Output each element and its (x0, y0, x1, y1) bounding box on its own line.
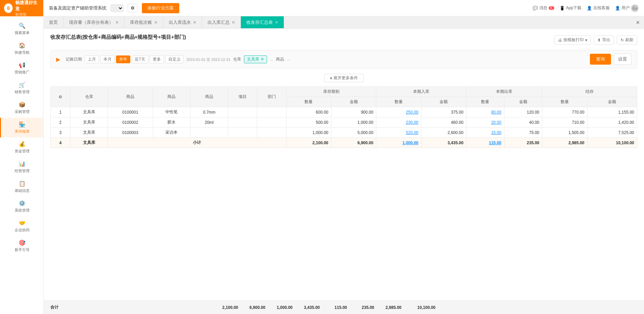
th-settings[interactable]: ⚙ (51, 87, 70, 107)
print-button[interactable]: 🖨 按模板打印 ▾ (554, 35, 591, 45)
cell-spec-2 (190, 128, 228, 138)
online-service-button[interactable]: 👤 在线客服 (587, 5, 610, 11)
user-button[interactable]: 👤 用户 Ea (615, 4, 639, 12)
subtotal-row: 4 文具库 小计 2,100.00 6,900.00 1,000.00 3,43… (51, 138, 637, 148)
cell-bqty-2: 1,505.00 (542, 128, 587, 138)
sidebar-label-purchase: 采购管理 (15, 109, 30, 114)
table-row: 3 文具库 0100003 采访本 1,000.00 5,000.00 520.… (51, 128, 637, 138)
marketing-icon: 📢 (19, 62, 26, 68)
tab-close-receive-summary[interactable]: ✕ (275, 20, 278, 25)
sidebar-item-quick-nav[interactable]: 🏠快捷导航 (0, 39, 43, 59)
tab-close-batch[interactable]: ✕ (154, 20, 158, 25)
tab-close-in-out-summary[interactable]: ✕ (232, 20, 235, 25)
expand-label: 展开更多条件 (333, 75, 358, 81)
goods-label: 商品 (276, 56, 284, 62)
goods-more[interactable]: ... (287, 57, 290, 62)
cell-seq-0: 1 (51, 107, 70, 117)
export-icon: ⬆ (597, 38, 601, 43)
sidebar-item-system[interactable]: ⚙️系统管理 (0, 197, 43, 216)
date-btn-更多[interactable]: 更多 (150, 55, 164, 63)
total-values: 2,100.00 6,900.00 1,000.00 3,435.00 115.… (214, 305, 438, 310)
expand-conditions-button[interactable]: ▾ 展开更多条件 (324, 74, 364, 82)
system-select[interactable] (111, 4, 123, 12)
cell-oqty-2: 1,000.00 (286, 128, 331, 138)
cell-outqty-2[interactable]: 15.00 (466, 128, 505, 138)
tab-in-out-summary[interactable]: 出入库汇总 ✕ (202, 16, 241, 29)
sidebar-label-collab: 企业协同 (15, 228, 30, 233)
content-area: 收发存汇总表(按仓库+商品编码+商品+规格型号+项目+部门) 🖨 按模板打印 ▾… (44, 29, 644, 300)
subtotal-bamt: 10,100.00 (587, 138, 637, 148)
sidebar-item-search[interactable]: 🔍搜索菜单 (0, 19, 43, 39)
tab-inventory-dist[interactable]: 现存量（库存分布表） ✕ (64, 16, 125, 29)
trial-button[interactable]: 体验行业方案 (142, 3, 179, 13)
cell-code-0: 0100001 (108, 107, 153, 117)
tab-label-receive-summary: 收发存汇总表 (246, 19, 273, 26)
date-btn-自定义[interactable]: 自定义 (165, 55, 184, 63)
cell-name-0: 中性笔 (153, 107, 190, 117)
th-balance-group: 结存 (542, 87, 637, 97)
setting-button[interactable]: 设置 (614, 54, 631, 65)
system-icon: ⚙️ (19, 200, 26, 206)
cell-outqty-0[interactable]: 80.00 (466, 107, 505, 117)
print-label: 按模板打印 (563, 37, 584, 43)
sidebar-item-purchase[interactable]: 📦采购管理 (0, 98, 43, 118)
total-label: 合计 (50, 304, 214, 310)
refresh-button[interactable]: ↻ 刷新 (617, 35, 637, 45)
close-all-tabs-button[interactable]: ✕ (632, 20, 644, 25)
sidebar-item-marketing[interactable]: 📢营销推广 (0, 59, 43, 78)
cell-inqty-2[interactable]: 520.00 (376, 128, 421, 138)
purchase-icon: 📦 (19, 101, 26, 108)
date-btn-近7天[interactable]: 近7天 (132, 55, 148, 63)
sidebar-item-operation[interactable]: 📊经营管理 (0, 157, 43, 177)
th-project: 项目 (228, 87, 257, 107)
sidebar-item-guide[interactable]: 🎯新手引导 (0, 236, 43, 256)
sidebar-label-system: 系统管理 (15, 208, 30, 213)
app-download-button[interactable]: 📱 App下载 (560, 5, 581, 11)
system-name: 装备及固定资产辅助管理系统 (49, 5, 106, 11)
sidebar-item-collab[interactable]: 🤝企业协同 (0, 216, 43, 236)
filter-collapse-button[interactable]: ▶ (56, 56, 60, 63)
date-btn-本年[interactable]: 本年 (116, 55, 130, 63)
subtotal-warehouse: 文具库 (70, 138, 108, 148)
query-button[interactable]: 查询 (590, 54, 611, 65)
warehouse-more[interactable]: ... (270, 57, 273, 62)
warehouse-tag-close[interactable]: ✕ (261, 57, 264, 62)
tab-close-in-out-flow[interactable]: ✕ (193, 20, 196, 25)
date-btn-上月[interactable]: 上月 (85, 55, 99, 63)
sidebar-label-finance: 资金管理 (15, 149, 30, 154)
tab-label-batch: 库存批次账 (130, 19, 152, 26)
gear-button[interactable]: ⚙ (128, 4, 138, 12)
cell-dept-2 (257, 128, 286, 138)
subtotal-outqty[interactable]: 115.00 (466, 138, 505, 148)
messages-button[interactable]: 💬 消息 6 (533, 5, 554, 11)
export-button[interactable]: ⬆ 导出 (594, 35, 614, 45)
th-goods-code: 商品 (108, 87, 153, 107)
sidebar-item-base-info[interactable]: 📋基础信息 (0, 177, 43, 197)
subtotal-inqty[interactable]: 1,000.00 (376, 138, 421, 148)
cell-outamt-0: 120.00 (504, 107, 542, 117)
total-outqty: 115.00 (323, 305, 350, 310)
sidebar-label-search: 搜索菜单 (15, 30, 30, 35)
sidebar-item-inventory[interactable]: 🏪库存核算 (0, 118, 43, 137)
tab-in-out-flow[interactable]: 出入库流水 ✕ (163, 16, 202, 29)
cell-inqty-1[interactable]: 230.00 (376, 117, 421, 128)
date-btn-本月[interactable]: 本月 (100, 55, 115, 63)
cell-outqty-1[interactable]: 20.00 (466, 117, 505, 128)
cell-code-1: 0100002 (108, 117, 153, 128)
cell-inqty-0[interactable]: 250.00 (376, 107, 421, 117)
logo-text: 畅捷通好生意 标准版 (15, 0, 39, 17)
logo-icon: 6 (4, 3, 13, 13)
topbar-right: 💬 消息 6 📱 App下载 👤 在线客服 👤 用户 Ea (533, 4, 639, 12)
sidebar-label-guide: 新手引导 (15, 247, 30, 252)
tab-batch[interactable]: 库存批次账 ✕ (125, 16, 163, 29)
cell-inamt-1: 460.00 (421, 117, 466, 128)
cell-seq-2: 3 (51, 128, 70, 138)
tab-close-inventory-dist[interactable]: ✕ (115, 20, 119, 25)
cell-outamt-1: 40.00 (504, 117, 542, 128)
warehouse-tag[interactable]: 文具库 ✕ (244, 55, 267, 63)
sidebar-item-sales[interactable]: 🛒销售管理 (0, 78, 43, 98)
tab-home[interactable]: 首页 (44, 16, 64, 29)
data-table: ⚙ 仓库 商品 商品 商品 项目 部门 库存期初 本期入库 本期出库 结存 数量 (50, 86, 637, 148)
sidebar-item-finance[interactable]: 💰资金管理 (0, 137, 43, 157)
tab-receive-summary[interactable]: 收发存汇总表 ✕ (241, 16, 284, 29)
